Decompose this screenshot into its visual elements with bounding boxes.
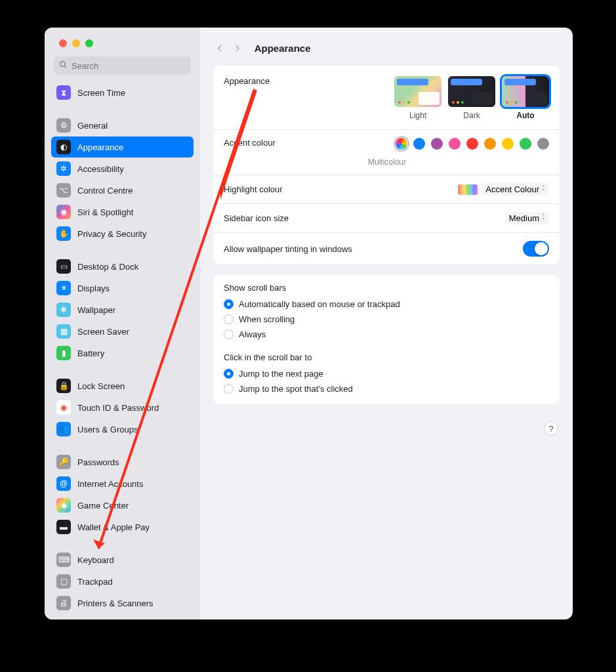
sidebar-item-general[interactable]: ⚙General bbox=[51, 115, 194, 136]
sidebar-item-label: Siri & Spotlight bbox=[77, 207, 133, 217]
accent-sublabel: Multicolour bbox=[368, 158, 406, 167]
radio-icon bbox=[224, 314, 234, 324]
general-icon: ⚙ bbox=[56, 118, 71, 133]
svg-point-0 bbox=[60, 62, 66, 67]
appearance-option-auto[interactable]: Auto bbox=[502, 76, 549, 120]
appearance-card: Appearance LightDarkAuto Accent colour M… bbox=[213, 66, 560, 264]
accent-swatch-3[interactable] bbox=[449, 138, 461, 150]
search-input[interactable] bbox=[72, 61, 186, 71]
scroll-bars-label: Show scroll bars bbox=[213, 275, 560, 297]
scroll-bars-option-0[interactable]: Automatically based on mouse or trackpad bbox=[213, 297, 560, 312]
trackpad-icon: ▢ bbox=[56, 574, 71, 589]
appearance-options: LightDarkAuto bbox=[394, 76, 549, 120]
sidebar-item-label: Users & Groups bbox=[77, 425, 138, 434]
sidebar-item-trackpad[interactable]: ▢Trackpad bbox=[51, 571, 194, 592]
sidebar-item-screen-saver[interactable]: ▦Screen Saver bbox=[51, 321, 194, 342]
sidebar-item-wallet-apple-pay[interactable]: ▬Wallet & Apple Pay bbox=[51, 516, 194, 537]
appearance-option-dark[interactable]: Dark bbox=[448, 76, 495, 120]
sidebar-item-printers-scanners[interactable]: 🖨Printers & Scanners bbox=[51, 593, 194, 614]
printers-scanners-icon: 🖨 bbox=[56, 596, 71, 610]
desktop-dock-icon: ▭ bbox=[56, 259, 71, 274]
sidebar-item-label: Trackpad bbox=[77, 577, 113, 587]
displays-icon: ☀ bbox=[56, 281, 71, 295]
radio-label: When scrolling bbox=[239, 314, 295, 324]
sidebar-item-touch-id-password[interactable]: ◉Touch ID & Password bbox=[51, 397, 194, 418]
scroll-click-option-0[interactable]: Jump to the next page bbox=[213, 366, 560, 381]
sidebar-item-label: Screen Saver bbox=[77, 327, 129, 337]
sidebar-item-control-centre[interactable]: ⌥Control Centre bbox=[51, 180, 194, 201]
sidebar: ⧗Screen Time⚙General◐Appearance✲Accessib… bbox=[45, 28, 200, 620]
sidebar-item-siri-spotlight[interactable]: ◉Siri & Spotlight bbox=[51, 201, 194, 222]
tint-toggle[interactable] bbox=[523, 241, 549, 257]
search-field[interactable] bbox=[54, 56, 191, 75]
highlight-value: Accent Colour bbox=[485, 184, 539, 194]
sidebar-size-value: Medium bbox=[509, 213, 539, 223]
internet-accounts-icon: @ bbox=[56, 476, 71, 491]
sidebar-item-label: Lock Screen bbox=[77, 381, 125, 391]
highlight-label: Highlight colour bbox=[224, 184, 458, 194]
sidebar-item-label: Accessibility bbox=[77, 164, 124, 174]
accent-swatch-2[interactable] bbox=[431, 138, 443, 150]
close-icon[interactable] bbox=[59, 39, 67, 47]
search-icon bbox=[59, 60, 68, 71]
radio-label: Always bbox=[239, 329, 266, 339]
zoom-icon[interactable] bbox=[85, 39, 93, 47]
radio-label: Jump to the spot that's clicked bbox=[239, 384, 353, 394]
sidebar-item-desktop-dock[interactable]: ▭Desktop & Dock bbox=[51, 256, 194, 277]
sidebar-item-appearance[interactable]: ◐Appearance bbox=[51, 136, 194, 158]
sidebar-item-label: Desktop & Dock bbox=[77, 262, 138, 272]
sidebar-item-label: Battery bbox=[77, 348, 104, 358]
sidebar-item-battery[interactable]: ▮Battery bbox=[51, 343, 194, 364]
sidebar-item-label: Touch ID & Password bbox=[77, 403, 159, 413]
scroll-click-option-1[interactable]: Jump to the spot that's clicked bbox=[213, 381, 560, 396]
accent-swatch-4[interactable] bbox=[466, 138, 478, 150]
sidebar-item-game-center[interactable]: ◆Game Center bbox=[51, 495, 194, 516]
accent-swatch-8[interactable] bbox=[537, 138, 549, 150]
tint-row: Allow wallpaper tinting in windows bbox=[213, 233, 560, 264]
radio-label: Jump to the next page bbox=[239, 369, 323, 379]
appearance-row: Appearance LightDarkAuto bbox=[213, 66, 560, 130]
accent-row: Accent colour Multicolour bbox=[213, 130, 560, 175]
wallet-apple-pay-icon: ▬ bbox=[56, 520, 71, 534]
scroll-bars-option-2[interactable]: Always bbox=[213, 327, 560, 342]
sidebar-item-users-groups[interactable]: 👥Users & Groups bbox=[51, 419, 194, 440]
main-panel: Appearance LightDarkAuto Accent colour M… bbox=[200, 66, 573, 620]
settings-window: ⧗Screen Time⚙General◐Appearance✲Accessib… bbox=[45, 28, 573, 620]
accent-swatch-7[interactable] bbox=[520, 138, 531, 150]
accent-swatches bbox=[396, 138, 549, 150]
accent-swatch-5[interactable] bbox=[484, 138, 496, 150]
radio-icon bbox=[224, 369, 234, 379]
sidebar-item-accessibility[interactable]: ✲Accessibility bbox=[51, 158, 194, 179]
radio-icon bbox=[224, 299, 234, 309]
back-button[interactable]: ‹ bbox=[215, 39, 224, 56]
sidebar-size-row: Sidebar icon size Medium ˄˅ bbox=[213, 204, 560, 233]
accent-swatch-1[interactable] bbox=[413, 138, 425, 150]
sidebar-item-passwords[interactable]: 🔑Passwords bbox=[51, 452, 194, 472]
sidebar-list[interactable]: ⧗Screen Time⚙General◐Appearance✲Accessib… bbox=[51, 81, 194, 620]
chevron-updown-icon: ˄˅ bbox=[542, 186, 545, 194]
sidebar-item-label: Screen Time bbox=[77, 88, 125, 98]
sidebar-item-screen-time[interactable]: ⧗Screen Time bbox=[51, 82, 194, 103]
scroll-bars-option-1[interactable]: When scrolling bbox=[213, 312, 560, 327]
sidebar-item-lock-screen[interactable]: 🔒Lock Screen bbox=[51, 375, 194, 396]
accent-swatch-6[interactable] bbox=[502, 138, 514, 150]
sidebar-item-wallpaper[interactable]: ❋Wallpaper bbox=[51, 299, 194, 320]
accent-label: Accent colour bbox=[224, 138, 396, 148]
sidebar-size-label: Sidebar icon size bbox=[224, 213, 505, 223]
help-button[interactable]: ? bbox=[544, 421, 558, 436]
sidebar-item-privacy-security[interactable]: ✋Privacy & Security bbox=[51, 223, 194, 244]
radio-icon bbox=[224, 329, 234, 339]
sidebar-item-internet-accounts[interactable]: @Internet Accounts bbox=[51, 473, 194, 494]
accessibility-icon: ✲ bbox=[56, 161, 71, 176]
highlight-select[interactable]: Accent Colour ˄˅ bbox=[482, 183, 549, 196]
highlight-row: Highlight colour Accent Colour ˄˅ bbox=[213, 175, 560, 204]
screen-saver-icon: ▦ bbox=[56, 324, 71, 339]
sidebar-item-displays[interactable]: ☀Displays bbox=[51, 278, 194, 299]
minimize-icon[interactable] bbox=[72, 39, 80, 47]
accent-swatch-0[interactable] bbox=[396, 138, 407, 150]
sidebar-size-select[interactable]: Medium ˄˅ bbox=[505, 212, 549, 224]
sidebar-item-keyboard[interactable]: ⌨Keyboard bbox=[51, 549, 194, 570]
header: ‹ › Appearance bbox=[200, 28, 573, 66]
scroll-card: Show scroll bars Automatically based on … bbox=[213, 275, 560, 404]
appearance-option-light[interactable]: Light bbox=[394, 76, 441, 120]
